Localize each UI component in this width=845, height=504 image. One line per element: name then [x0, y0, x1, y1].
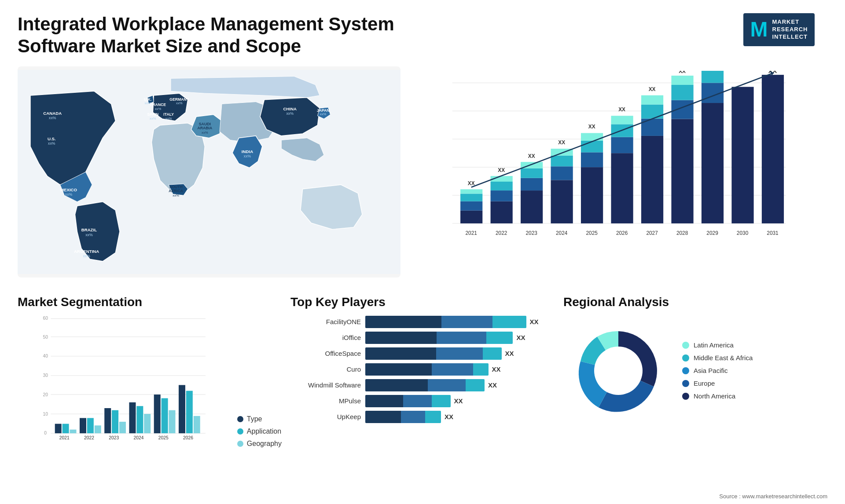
source-text: Source : www.marketresearchintellect.com	[719, 493, 827, 500]
bar-2021-seg1	[460, 211, 482, 223]
svg-rect-29	[581, 152, 603, 167]
svg-rect-112	[112, 410, 118, 433]
legend-type-dot	[237, 416, 243, 422]
svg-rect-111	[104, 408, 111, 433]
svg-rect-58	[762, 75, 784, 223]
legend-type: Type	[237, 415, 282, 423]
svg-text:10: 10	[43, 412, 48, 416]
svg-text:2021: 2021	[59, 435, 70, 440]
svg-rect-115	[129, 402, 136, 433]
world-map-area: CANADA xx% U.S. xx% MEXICO xx% BRAZIL xx…	[18, 66, 400, 278]
saudi-value: xx%	[202, 131, 208, 135]
svg-rect-22	[551, 180, 573, 223]
svg-text:2022: 2022	[496, 230, 507, 236]
donut-chart	[563, 316, 673, 426]
svg-text:XX: XX	[618, 106, 625, 113]
svg-rect-108	[87, 418, 94, 433]
svg-rect-125	[194, 416, 200, 433]
bar-2021-label: XX	[468, 180, 475, 186]
spain-value: xx%	[150, 117, 156, 121]
bar-chart-svg: XX 2021 XX 2022 XX 2023	[436, 71, 819, 256]
svg-text:2025: 2025	[158, 435, 169, 440]
svg-text:2028: 2028	[676, 230, 688, 236]
svg-rect-56	[731, 87, 753, 223]
legend-application: Application	[237, 427, 282, 435]
page-title: Integrated Workplace Management System S…	[18, 13, 414, 58]
svg-rect-11	[491, 190, 513, 201]
regional-legend: Latin America Middle East & Africa Asia …	[682, 341, 753, 400]
svg-rect-117	[144, 414, 151, 433]
logo-text: MARKET RESEARCH INTELLECT	[772, 18, 808, 41]
bottom-section: Market Segmentation 0 10 20 30	[18, 291, 827, 475]
svg-rect-103	[55, 424, 62, 433]
svg-text:2026: 2026	[616, 230, 628, 236]
svg-rect-12	[491, 182, 513, 190]
legend-europe: Europe	[682, 380, 753, 387]
svg-text:XX: XX	[498, 167, 505, 173]
svg-rect-18	[521, 168, 543, 178]
seg-chart-container: 0 10 20 30 40	[18, 316, 282, 448]
legend-north-america: North America	[682, 392, 753, 400]
bar-2021-year: 2021	[466, 230, 478, 236]
japan-value: xx%	[320, 112, 327, 116]
spain-label: SPAIN	[147, 112, 158, 117]
players-title: Top Key Players	[290, 295, 555, 309]
bar-2021-seg2	[460, 201, 482, 211]
svg-rect-17	[521, 178, 543, 190]
svg-rect-31	[581, 133, 603, 140]
player-row-facilityONE: FacilityONE XX	[290, 316, 555, 328]
svg-rect-37	[611, 116, 633, 124]
player-bar-facilityONE	[365, 316, 526, 328]
china-value: xx%	[286, 111, 294, 116]
svg-rect-116	[136, 406, 143, 433]
india-value: xx%	[244, 154, 251, 158]
seg-bar-chart: 0 10 20 30 40	[18, 316, 228, 448]
svg-point-127	[594, 347, 643, 395]
player-row-Windmill: Windmill Software XX	[290, 379, 555, 391]
svg-text:XX: XX	[558, 139, 565, 146]
svg-rect-47	[671, 100, 693, 119]
legend-geography: Geography	[237, 440, 282, 448]
italy-value: xx%	[165, 117, 172, 121]
svg-text:40: 40	[43, 353, 48, 358]
france-label: FRANCE	[150, 102, 166, 107]
top-section: CANADA xx% U.S. xx% MEXICO xx% BRAZIL xx…	[18, 66, 827, 278]
svg-rect-109	[95, 425, 101, 433]
mexico-label: MEXICO	[60, 187, 77, 192]
svg-rect-34	[611, 153, 633, 223]
player-row-OfficeSpace: OfficeSpace XX	[290, 347, 555, 360]
svg-text:2023: 2023	[526, 230, 538, 236]
uk-label: U.K.	[144, 97, 151, 101]
bar-2021-seg4	[460, 189, 482, 194]
legend-geography-dot	[237, 441, 243, 447]
mexico-value: xx%	[65, 192, 73, 197]
svg-rect-10	[491, 201, 513, 223]
svg-rect-123	[179, 385, 185, 433]
svg-rect-54	[702, 71, 724, 83]
svg-text:2030: 2030	[737, 230, 749, 236]
page-container: Integrated Workplace Management System S…	[0, 0, 845, 504]
brazil-label: BRAZIL	[81, 227, 97, 232]
svg-rect-113	[119, 422, 126, 433]
svg-text:2031: 2031	[767, 230, 779, 236]
svg-text:XX: XX	[649, 86, 656, 92]
france-value: xx%	[155, 107, 162, 111]
svg-text:2027: 2027	[646, 230, 658, 236]
svg-rect-43	[641, 95, 663, 104]
player-row-UpKeep: UpKeep XX	[290, 411, 555, 423]
players-list: FacilityONE XX iOffice	[290, 316, 555, 423]
germany-value: xx%	[176, 101, 183, 105]
seg-chart-svg: 0 10 20 30 40	[18, 316, 228, 448]
svg-rect-16	[521, 190, 543, 223]
svg-text:50: 50	[43, 334, 48, 339]
player-row-Curo: Curo XX	[290, 363, 555, 376]
svg-text:0: 0	[44, 431, 47, 435]
donut-container: Latin America Middle East & Africa Asia …	[563, 316, 827, 426]
regional-title: Regional Analysis	[563, 295, 827, 309]
svg-rect-49	[671, 76, 693, 85]
us-label: U.S.	[48, 136, 56, 141]
svg-rect-35	[611, 137, 633, 153]
svg-rect-28	[581, 167, 603, 223]
svg-rect-105	[70, 430, 76, 433]
svg-text:30: 30	[43, 373, 48, 378]
